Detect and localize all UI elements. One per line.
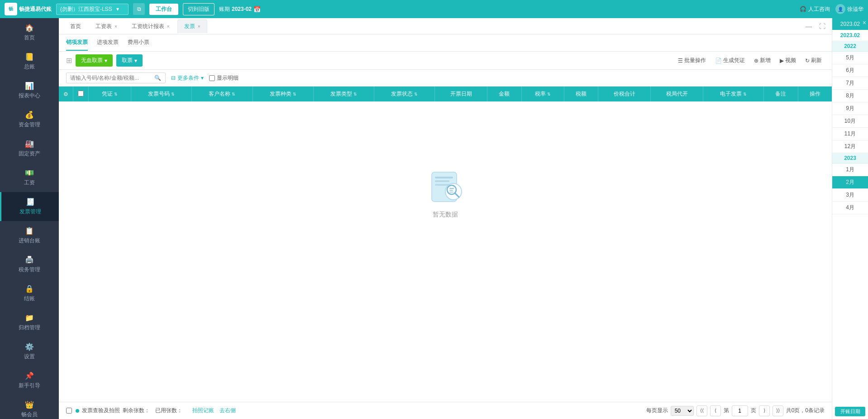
th-tax-total[interactable]: 价税合计	[598, 87, 651, 101]
fetch-button[interactable]: 取票 ▾	[116, 54, 143, 67]
date-month-mar-2023[interactable]: 3月	[832, 189, 868, 202]
th-remarks[interactable]: 备注	[764, 87, 798, 101]
go-right-link[interactable]: 去右侧	[219, 407, 236, 414]
sub-tab-purchase-invoice[interactable]: 进项发票	[97, 35, 119, 51]
th-invoice-status[interactable]: 发票状态⇅	[374, 87, 435, 101]
date-month-oct[interactable]: 10月	[832, 115, 868, 128]
th-invoice-category[interactable]: 发票类型⇅	[313, 87, 374, 101]
date-month-dec[interactable]: 12月	[832, 140, 868, 153]
date-month-feb-2023[interactable]: 2月	[832, 176, 868, 189]
show-detail-label: 显示明细	[217, 74, 238, 82]
no-cancel-fetch-button[interactable]: 无血取票 ▾	[76, 54, 113, 67]
sidebar-item-label: 新手引导	[19, 382, 40, 390]
tab-salary-table[interactable]: 工资表 ×	[89, 19, 124, 33]
th-invoice-no[interactable]: 发票号码⇅	[131, 87, 192, 101]
show-detail-checkbox[interactable]	[209, 75, 215, 81]
new-button[interactable]: ⊕ 新增	[751, 55, 773, 66]
svg-rect-7	[449, 188, 454, 189]
add-account-link[interactable]: 拍照记账	[192, 407, 214, 414]
batch-ops-button[interactable]: ☰ 批量操作	[675, 55, 709, 66]
select-all-checkbox[interactable]	[78, 91, 84, 96]
date-month-may[interactable]: 5月	[832, 52, 868, 64]
refresh-button[interactable]: ↻ 刷新	[802, 55, 825, 66]
sidebar-item-ledger[interactable]: 📒 总账	[0, 47, 59, 76]
tab-invoices-close[interactable]: ×	[198, 24, 200, 29]
sidebar-item-label: 资金管理	[19, 121, 40, 129]
th-voucher[interactable]: 凭证⇅	[89, 87, 131, 101]
sidebar-item-settings[interactable]: ⚙️ 设置	[0, 337, 59, 366]
date-month-aug[interactable]: 8月	[832, 90, 868, 102]
sidebar-item-label: 总账	[24, 63, 35, 71]
first-page-button[interactable]: ⟨⟨	[696, 405, 707, 416]
verify-checkbox[interactable]	[66, 408, 72, 414]
prev-page-button[interactable]: ⟨	[710, 405, 721, 416]
more-conditions-button[interactable]: ⊟ 更多条件 ▾	[171, 74, 204, 82]
th-invoice-type[interactable]: 发票种类⇅	[253, 87, 313, 101]
sidebar-item-assets[interactable]: 🏭 固定资产	[0, 134, 59, 163]
sub-tab-sales-invoice[interactable]: 销项发票	[66, 35, 88, 51]
sidebar-item-label: 进销台账	[19, 237, 40, 245]
sidebar-item-salary[interactable]: 💵 工资	[0, 163, 59, 192]
page-input[interactable]	[732, 405, 748, 416]
company-selector[interactable]: (勿删）江西股宝-LSS ▾	[56, 4, 129, 15]
tab-salary-stat-close[interactable]: ×	[167, 24, 170, 29]
sub-tab-expense[interactable]: 费用小票	[128, 35, 149, 51]
th-settings[interactable]: ⚙	[59, 87, 73, 101]
th-checkbox[interactable]	[73, 87, 89, 101]
generate-voucher-button[interactable]: 📄 生成凭证	[712, 55, 748, 66]
date-month-apr-2023[interactable]: 4月	[832, 202, 868, 214]
search-input[interactable]	[70, 75, 152, 81]
sidebar-item-close[interactable]: 🔒 结账	[0, 279, 59, 308]
th-operations[interactable]: 操作	[798, 87, 832, 101]
th-amount[interactable]: 金额	[487, 87, 522, 101]
video-button[interactable]: ▶ 视频	[777, 55, 799, 66]
date-month-jun[interactable]: 6月	[832, 64, 868, 77]
th-tax-code[interactable]: 税局代开	[651, 87, 703, 101]
date-month-sep[interactable]: 9月	[832, 102, 868, 115]
open-period-button[interactable]: 开账日期	[835, 407, 865, 416]
sidebar-item-sales[interactable]: 📋 进销台账	[0, 221, 59, 250]
th-client-name[interactable]: 客户名称⇅	[192, 87, 253, 101]
date-month-jul[interactable]: 7月	[832, 77, 868, 90]
col-invoice-no-label: 发票号码	[148, 90, 170, 98]
salary-icon: 💵	[25, 169, 34, 177]
user-avatar[interactable]: 👤 徐溢华	[835, 4, 863, 14]
maximize-icon[interactable]: ⛶	[817, 21, 827, 32]
column-settings-icon[interactable]: ⚙	[63, 91, 68, 97]
minimize-icon[interactable]: —	[804, 21, 814, 32]
per-page-select[interactable]: 50 100 200	[671, 406, 694, 416]
sidebar-item-member[interactable]: 👑 畅会员	[0, 395, 59, 419]
sidebar-item-guide[interactable]: 📌 新手引导	[0, 366, 59, 395]
tab-salary-stat[interactable]: 工资统计报表 ×	[125, 19, 176, 33]
th-tax-rate[interactable]: 税率⇅	[521, 87, 564, 101]
sidebar-item-funds[interactable]: 💰 资金管理	[0, 105, 59, 134]
tab-home[interactable]: 首页	[63, 19, 88, 33]
date-panel-period-row[interactable]: 2023.02	[832, 30, 868, 41]
last-page-button[interactable]: ⟩⟩	[773, 405, 783, 416]
col-e-invoice-label: 电子发票	[720, 90, 742, 98]
workbench-button[interactable]: 工作台	[149, 4, 178, 15]
support-button[interactable]: 🎧 人工咨询	[800, 5, 830, 13]
sidebar-item-tax[interactable]: 🖨️ 税务管理	[0, 250, 59, 279]
date-panel-scroll[interactable]: 2022 5月 6月 7月 8月 9月 10月 11月 12月 2023 1月 …	[832, 41, 868, 404]
sidebar-item-invoices[interactable]: 🧾 发票管理	[0, 192, 59, 221]
date-panel-header[interactable]: 2023.02 ×	[832, 18, 868, 30]
tab-invoices[interactable]: 发票 ×	[177, 19, 207, 33]
sidebar-item-reports[interactable]: 📊 报表中心	[0, 76, 59, 105]
th-tax[interactable]: 税额	[564, 87, 598, 101]
date-month-jan-2023[interactable]: 1月	[832, 164, 868, 176]
filter-bar: 🔍 ⊟ 更多条件 ▾ 显示明细	[59, 70, 832, 87]
next-page-button[interactable]: ⟩	[759, 405, 770, 416]
th-open-date[interactable]: 开票日期	[435, 87, 487, 101]
copy-icon[interactable]: ⧉	[133, 3, 145, 15]
th-e-invoice[interactable]: 电子发票⇅	[703, 87, 763, 101]
show-detail-checkbox-wrap[interactable]: 显示明细	[209, 74, 238, 82]
switch-old-button[interactable]: 切到旧版	[183, 3, 215, 15]
sidebar-item-home[interactable]: 🏠 首页	[0, 18, 59, 47]
sidebar-item-archive[interactable]: 📁 归档管理	[0, 308, 59, 337]
date-month-nov[interactable]: 11月	[832, 128, 868, 140]
empty-illustration: 暂无数据	[423, 165, 468, 219]
tab-salary-table-close[interactable]: ×	[114, 24, 117, 29]
batch-ops-label: 批量操作	[684, 57, 706, 64]
date-panel-close-icon[interactable]: ×	[863, 19, 866, 26]
